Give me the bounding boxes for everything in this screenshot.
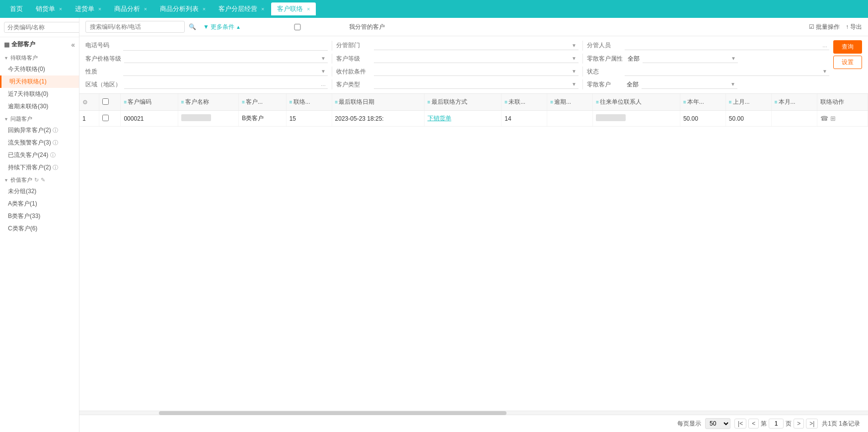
col-code[interactable]: ≡客户编码 (121, 94, 178, 111)
col-name[interactable]: ≡客户名称 (178, 94, 238, 111)
filter-dept-arrow: ▼ (572, 43, 577, 48)
setting-button[interactable]: 设置 (833, 56, 862, 69)
nav-product-analysis[interactable]: 商品分析 × (108, 2, 153, 15)
table-container: ⚙ ≡客户编码 ≡客户名称 ≡客户... ≡联络... ≡最后联络日期 ≡最后联… (79, 94, 868, 411)
sidebar-collapse-icon[interactable]: « (71, 41, 75, 49)
filter-dept-label: 分管部门 (336, 41, 371, 50)
nav-sales-close[interactable]: × (59, 6, 62, 12)
query-button[interactable]: 查询 (833, 40, 862, 54)
col-this-year[interactable]: ≡本年... (680, 94, 725, 111)
sidebar-item-abnormal[interactable]: 回购异常客户(2) ⓘ (0, 124, 79, 137)
filter-payment-select[interactable]: ▼ (374, 67, 579, 76)
row-action-grid[interactable]: ⊞ (830, 115, 836, 122)
col-last-date[interactable]: ≡最后联络日期 (332, 94, 424, 111)
row-unliaised: 14 (502, 111, 547, 127)
table-gear-icon[interactable]: ⚙ (82, 99, 88, 106)
sidebar-search-input[interactable] (4, 22, 79, 33)
nav-purchase-close[interactable]: × (98, 6, 101, 12)
row-this-year: 50.00 (680, 111, 725, 127)
select-all-checkbox[interactable] (102, 98, 109, 105)
col-contact-count[interactable]: ≡联络... (286, 94, 332, 111)
filter-price-level-select[interactable]: ▼ (124, 54, 328, 63)
sidebar-item-overdue[interactable]: 逾期未联络(30) (0, 100, 79, 113)
nav-purchase[interactable]: 进货单 × (69, 2, 107, 15)
prev-page-btn[interactable]: < (748, 419, 759, 429)
filter-retail-value: 全部 (627, 80, 639, 89)
filter-customer-type-select[interactable]: ▼ (374, 80, 579, 89)
first-page-btn[interactable]: |< (734, 419, 746, 429)
sidebar-item-churn-warning[interactable]: 流失预警客户(3) ⓘ (0, 137, 79, 149)
row-index: 1 (79, 111, 99, 127)
separator-7 (332, 79, 332, 89)
col-this-month[interactable]: ≡本月... (771, 94, 817, 111)
filter-customer-level-select[interactable]: ▼ (374, 54, 579, 63)
sidebar-item-declining[interactable]: 持续下滑客户(2) ⓘ (0, 161, 79, 174)
filter-region-arrow: … (321, 81, 326, 87)
filter-status-select[interactable]: ▼ (625, 67, 829, 76)
scrollbar-thumb[interactable] (159, 411, 506, 415)
value-customers-edit[interactable]: ✎ (41, 177, 45, 183)
table-row: 1 000021 B类客户 15 2023-05-23 18:25: 下销货单 … (79, 111, 868, 127)
filter-nature-select[interactable]: ▼ (123, 67, 328, 76)
more-conditions-btn[interactable]: ▼ 更多条件 ▲ (200, 21, 244, 33)
nav-home[interactable]: 首页 (4, 2, 29, 15)
sidebar-item-unclassified[interactable]: 未分组(32) (0, 185, 79, 198)
search-button[interactable]: 🔍 (189, 23, 196, 30)
row-last-month: 50.00 (725, 111, 771, 127)
filter-retail-select[interactable]: ▼ (642, 80, 737, 89)
sidebar-item-tomorrow[interactable]: 明天待联络(1) (0, 75, 79, 88)
filter-region-select[interactable]: … (124, 80, 328, 89)
more-conditions-label: 更多条件 (211, 23, 234, 31)
sidebar-all-customers[interactable]: ▦ 全部客户 « (0, 37, 79, 52)
sidebar-item-churned[interactable]: 已流失客户(24) ⓘ (0, 149, 79, 161)
filter-dept-select[interactable]: ▼ (374, 41, 579, 50)
nav-customer-tier-close[interactable]: × (261, 6, 264, 12)
value-customers-refresh[interactable]: ↻ (34, 177, 39, 183)
nav-product-analysis-close[interactable]: × (144, 6, 147, 12)
nav-product-analysis-list-close[interactable]: × (203, 6, 206, 12)
my-customers-checkbox[interactable] (248, 24, 347, 30)
col-type[interactable]: ≡客户... (239, 94, 287, 111)
sidebar-item-class-c[interactable]: C类客户(6) (0, 222, 79, 235)
sidebar-group-problem: 问题客户 (0, 113, 79, 124)
nav-customer-contact[interactable]: 客户联络 × (271, 2, 316, 15)
col-overdue[interactable]: ≡逾期... (547, 94, 593, 111)
row-overdue (547, 111, 593, 127)
right-actions: ☑ 批量操作 ↑ 导出 (809, 23, 862, 31)
horizontal-scrollbar[interactable] (79, 411, 868, 415)
sort-type-icon: ≡ (242, 99, 245, 105)
filter-retail-attr-select[interactable]: ▼ (643, 54, 738, 63)
row-contact-person-blurred (596, 114, 626, 121)
row-select-checkbox[interactable] (102, 115, 109, 121)
sidebar-item-class-a[interactable]: A类客户(1) (0, 198, 79, 210)
sidebar-group-value: 价值客户 ↻ ✎ (0, 174, 79, 185)
nav-product-analysis-list[interactable]: 商品分析列表 × (154, 2, 212, 15)
row-contact-count: 15 (286, 111, 332, 127)
sidebar-item-today[interactable]: 今天待联络(0) (0, 63, 79, 75)
col-last-month[interactable]: ≡上月... (725, 94, 771, 111)
per-page-select[interactable]: 50 100 200 (705, 418, 730, 429)
nav-sales[interactable]: 销货单 × (30, 2, 68, 15)
col-contact-person[interactable]: ≡往来单位联系人 (593, 94, 680, 111)
row-last-method[interactable]: 下销货单 (424, 111, 502, 127)
sidebar-item-class-b[interactable]: B类客户(33) (0, 210, 79, 222)
filter-person-select[interactable]: … (625, 41, 829, 50)
export-btn[interactable]: ↑ 导出 (846, 23, 862, 31)
nav-customer-contact-close[interactable]: × (307, 6, 310, 12)
nav-customer-tier[interactable]: 客户分层经营 × (213, 2, 270, 15)
filter-retail-label: 零散客户 (587, 80, 622, 89)
sidebar-item-7days[interactable]: 近7天待联络(0) (0, 88, 79, 100)
row-last-method-link[interactable]: 下销货单 (428, 115, 451, 122)
separator-6 (582, 67, 583, 76)
my-customers-checkbox-label[interactable]: 我分管的客户 (248, 23, 385, 31)
search-input[interactable] (85, 21, 185, 33)
next-page-btn[interactable]: > (794, 419, 804, 429)
row-action-phone[interactable]: ☎ (820, 115, 828, 122)
filter-phone-input[interactable] (123, 40, 328, 51)
batch-op-btn[interactable]: ☑ 批量操作 (809, 23, 840, 31)
col-unliaised[interactable]: ≡未联... (502, 94, 547, 111)
col-last-method[interactable]: ≡最后联络方式 (424, 94, 502, 111)
filter-customer-type: 客户类型 ▼ (336, 80, 579, 89)
page-input[interactable] (769, 419, 784, 429)
last-page-btn[interactable]: >| (806, 419, 818, 429)
